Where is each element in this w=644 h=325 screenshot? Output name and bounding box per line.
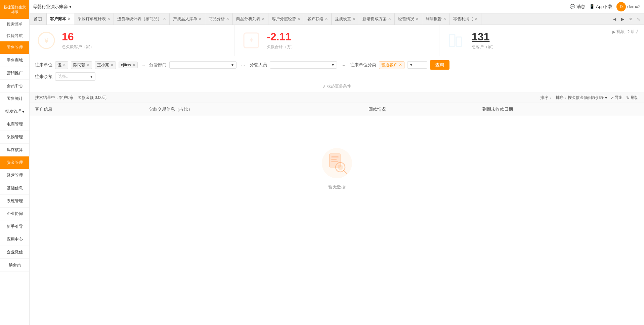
filter-row-2: 往来余额 选择... ▾: [35, 72, 639, 81]
dept-select[interactable]: ▾: [169, 61, 237, 69]
empty-state-row: 暂无数据: [30, 116, 644, 207]
sidebar-item-ecommerce[interactable]: 电商管理: [0, 118, 29, 131]
sidebar-item-finance[interactable]: 资金管理: [0, 156, 29, 169]
stat-total-debt: ✦ -2.11 欠款合计（万）: [234, 25, 439, 56]
debt-amount-label: 欠款金额 0.00元: [78, 95, 107, 101]
tab-close-icon[interactable]: ✕: [199, 17, 202, 21]
tab-close-icon[interactable]: ✕: [297, 17, 300, 21]
help-label: 帮助: [631, 29, 639, 35]
tab-close-icon[interactable]: ✕: [262, 17, 265, 21]
tab-label: 商品分析列表: [236, 16, 260, 22]
sidebar-quick-nav[interactable]: 快捷导航: [0, 30, 29, 41]
tab-scroll-left[interactable]: ◀: [611, 16, 618, 23]
dept-more-dots[interactable]: ···: [239, 62, 247, 68]
tab-close-icon[interactable]: ✕: [163, 17, 166, 21]
tab-close-icon[interactable]: ✕: [352, 17, 355, 21]
sidebar-item-wholesale-mgmt[interactable]: 批发管理 ▾: [0, 105, 29, 118]
sidebar-item-member-center[interactable]: 会员中心: [0, 80, 29, 93]
tag-close-wang[interactable]: ✕: [111, 63, 114, 67]
tab-promotion-settings[interactable]: 提成设置 ✕: [332, 13, 359, 25]
user-name: demo2: [627, 4, 641, 9]
result-bar-left: 搜索结果中，客户0家 欠款金额 0.00元: [35, 95, 106, 101]
balance-select[interactable]: 选择... ▾: [55, 72, 95, 81]
filter-more-btn[interactable]: ···: [140, 62, 146, 68]
sidebar-item-sys-mgmt[interactable]: 系统管理: [0, 195, 29, 208]
refresh-btn[interactable]: ↻ 刷新: [626, 95, 639, 101]
svg-rect-10: [331, 161, 338, 162]
total-debt-value: -2.11: [267, 31, 295, 43]
unit-class-select[interactable]: ▾: [407, 61, 427, 69]
filter-tag-wu: 伍 ✕: [55, 61, 68, 69]
clients-icon: [446, 30, 466, 50]
sidebar-search[interactable]: 搜索菜单: [0, 19, 29, 30]
svg-rect-9: [331, 159, 337, 160]
customers-icon: ¥: [36, 30, 56, 50]
sidebar-item-basic-info[interactable]: 基础信息: [0, 182, 29, 195]
tab-product-analysis[interactable]: 商品分析 ✕: [205, 13, 233, 25]
video-link[interactable]: ▶ 视频: [612, 29, 625, 35]
tab-expand[interactable]: ⤡: [635, 16, 642, 23]
sidebar-item-retail-stats[interactable]: 零售统计: [0, 93, 29, 105]
app-download-btn[interactable]: 📱 App下载: [589, 4, 612, 10]
tab-scroll-right[interactable]: ▶: [619, 16, 626, 23]
tab-close-icon[interactable]: ✕: [107, 17, 110, 21]
chevron-down-icon: ▾: [332, 63, 334, 67]
sidebar-item-enterprise-collab[interactable]: 企业协同: [0, 208, 29, 220]
help-link[interactable]: ? 帮助: [627, 29, 639, 35]
tab-close-icon[interactable]: ✕: [226, 17, 229, 21]
tenant-selector[interactable]: 母婴行业演示账套 ▾: [33, 4, 72, 10]
tab-operation-status[interactable]: 经营情况 ✕: [395, 13, 422, 25]
sidebar-item-enterprise-wechat[interactable]: 企业微信: [0, 246, 29, 259]
person-more-dots[interactable]: ···: [340, 62, 347, 68]
sidebar-item-operations[interactable]: 经营管理: [0, 169, 29, 182]
sidebar-item-chang-member[interactable]: 畅会员: [0, 259, 29, 272]
tab-label: 客户联络: [307, 16, 324, 22]
message-label: 消息: [576, 4, 585, 10]
tab-customer-contact[interactable]: 客户联络 ✕: [304, 13, 332, 25]
query-button[interactable]: 查询: [430, 60, 449, 70]
tab-production-stock[interactable]: 产成品入库单 ✕: [170, 13, 205, 25]
tab-product-analysis-list[interactable]: 商品分析列表 ✕: [233, 13, 268, 25]
stat-total-customers: ¥ 16 总欠款客户（家）: [30, 25, 234, 56]
tag-close-chen[interactable]: ✕: [87, 63, 90, 67]
export-btn[interactable]: ↗ 导出: [610, 95, 623, 101]
col-due-date: 到期未收款日期: [477, 103, 644, 116]
tab-close-icon[interactable]: ✕: [325, 17, 328, 21]
tab-close-all[interactable]: ✕: [627, 16, 634, 23]
tab-profit-report[interactable]: 利润报告 ✕: [422, 13, 450, 25]
tab-close-icon[interactable]: ✕: [475, 17, 478, 21]
tab-customer-segment[interactable]: 客户分层经营 ✕: [268, 13, 304, 25]
logo-text: 畅捷通好生意 标版: [4, 5, 26, 14]
tab-close-icon[interactable]: ✕: [416, 17, 419, 21]
export-label: 导出: [615, 95, 623, 101]
sidebar-item-new-guide[interactable]: 新手引导: [0, 220, 29, 233]
video-help-links: ▶ 视频 ? 帮助: [612, 29, 639, 35]
tab-purchase-order-stats[interactable]: 采购订单统计表 ✕: [74, 13, 114, 25]
sidebar-item-retail-mgmt[interactable]: 零售管理: [0, 41, 29, 54]
tab-retail-profit[interactable]: 零售利润（ ✕: [450, 13, 481, 25]
sidebar-item-marketing[interactable]: 营销推广: [0, 67, 29, 80]
chevron-up-icon: ∧: [323, 84, 326, 89]
table-header-row: 客户信息 欠款交易信息（占比） 回款情况 到期未收款日期: [30, 103, 644, 116]
tab-stock-stats[interactable]: 进货单统计表（按商品） ✕: [114, 13, 170, 25]
tab-close-icon[interactable]: ✕: [443, 17, 446, 21]
tag-close-wu[interactable]: ✕: [63, 63, 66, 67]
sidebar-item-inventory[interactable]: 库存核算: [0, 144, 29, 156]
collapse-btn[interactable]: ∧ 收起更多条件: [323, 83, 351, 91]
tab-home[interactable]: 首页: [30, 13, 47, 25]
tenant-dropdown-icon: ▾: [69, 4, 72, 9]
tab-new-promotion[interactable]: 新增提成方案 ✕: [359, 13, 395, 25]
sort-select[interactable]: 排序：按欠款金额倒序排序 ▾: [556, 95, 607, 101]
tab-customer-accounts[interactable]: 客户账本 ✕: [47, 13, 74, 25]
user-menu[interactable]: D demo2: [616, 2, 641, 11]
unit-class-tag-close[interactable]: ✕: [399, 63, 402, 67]
sidebar-item-retail-mall[interactable]: 零售商城: [0, 54, 29, 67]
stat-clients-info: 131 总客户（家）: [472, 31, 496, 50]
tag-close-cjttcw[interactable]: ✕: [132, 63, 135, 67]
tab-close-icon[interactable]: ✕: [68, 17, 71, 21]
person-select[interactable]: ▾: [270, 61, 337, 69]
message-btn[interactable]: 💬 消息: [570, 4, 585, 10]
sidebar-item-app-center[interactable]: 应用中心: [0, 233, 29, 246]
tab-close-icon[interactable]: ✕: [388, 17, 391, 21]
sidebar-item-purchase-mgmt[interactable]: 采购管理: [0, 131, 29, 144]
